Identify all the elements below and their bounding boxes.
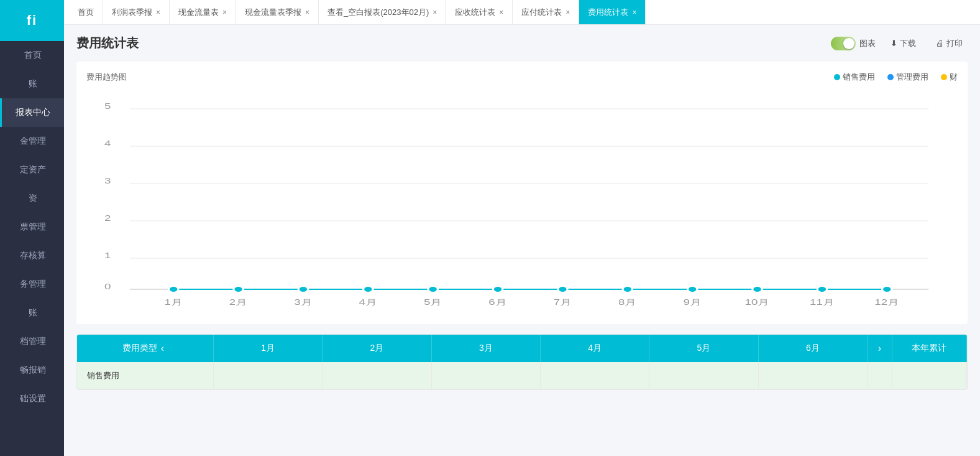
- page-title: 费用统计表: [76, 35, 139, 52]
- header-actions: 图表 ⬇ 下载 🖨 打印: [831, 35, 968, 52]
- sidebar-item-capital[interactable]: 资: [0, 184, 64, 213]
- svg-text:7月: 7月: [554, 298, 572, 306]
- legend-admin-label: 管理费用: [896, 72, 928, 83]
- table-header-row: 费用类型 ‹ 1月 2月 3月 4月 5月: [77, 335, 967, 362]
- tab-blank-report-label: 查看_空白报表(2023年02月): [327, 7, 429, 18]
- svg-text:5: 5: [104, 102, 111, 110]
- sidebar-item-settings[interactable]: 础设置: [0, 384, 64, 413]
- sidebar-item-cash[interactable]: 金管理: [0, 127, 64, 156]
- legend-finance: 财: [941, 72, 958, 83]
- tab-cashflow-quarterly-close[interactable]: ×: [305, 8, 309, 17]
- col-apr-label: 4月: [588, 343, 602, 354]
- tab-receivable-label: 应收统计表: [455, 7, 495, 18]
- print-icon: 🖨: [936, 39, 944, 48]
- svg-point-20: [623, 286, 633, 292]
- expense-table: 费用类型 ‹ 1月 2月 3月 4月 5月: [76, 334, 968, 390]
- col-jan-label: 1月: [261, 343, 275, 354]
- tab-receivable[interactable]: 应收统计表 ×: [446, 0, 513, 25]
- legend-admin-dot: [887, 74, 894, 80]
- svg-text:6月: 6月: [488, 298, 506, 306]
- col-mar-label: 3月: [479, 343, 493, 354]
- svg-text:8月: 8月: [618, 298, 636, 306]
- sidebar-item-files[interactable]: 档管理: [0, 327, 64, 356]
- download-label: 下载: [900, 38, 916, 49]
- sidebar-item-expense[interactable]: 畅报销: [0, 356, 64, 384]
- sidebar-item-services[interactable]: 务管理: [0, 270, 64, 299]
- cell-nav: [868, 362, 892, 389]
- svg-text:12月: 12月: [874, 298, 899, 306]
- col-ytd: 本年累计: [892, 335, 967, 362]
- sidebar-item-reports[interactable]: 报表中心: [0, 98, 64, 127]
- tab-blank-report-close[interactable]: ×: [433, 8, 437, 17]
- svg-point-13: [168, 286, 178, 292]
- tab-payable[interactable]: 应付统计表 ×: [513, 0, 579, 25]
- svg-point-14: [234, 286, 244, 292]
- sidebar-item-assets[interactable]: 定资产: [0, 156, 64, 184]
- col-jan: 1月: [214, 335, 323, 362]
- svg-point-24: [882, 286, 892, 292]
- chart-toggle-label: 图表: [859, 38, 876, 49]
- svg-text:4月: 4月: [359, 298, 377, 306]
- tab-cashflow-quarterly[interactable]: 现金流量表季报 ×: [236, 0, 319, 25]
- col-jun-label: 6月: [806, 343, 820, 354]
- col-jun: 6月: [759, 335, 868, 362]
- tab-cashflow-close[interactable]: ×: [222, 8, 227, 17]
- tab-payable-close[interactable]: ×: [566, 8, 570, 17]
- chart-toggle[interactable]: [831, 37, 856, 50]
- svg-point-16: [364, 286, 373, 292]
- tab-cashflow[interactable]: 现金流量表 ×: [170, 0, 236, 25]
- content-area: 费用统计表 图表 ⬇ 下载 🖨 打印 费用趋势图: [64, 25, 980, 456]
- col-feb-label: 2月: [370, 343, 384, 354]
- tab-blank-report[interactable]: 查看_空白报表(2023年02月) ×: [319, 0, 446, 25]
- cell-jun: [759, 362, 868, 389]
- chart-legend: 销售费用 管理费用 财: [834, 72, 958, 83]
- tab-profit-quarterly[interactable]: 利润表季报 ×: [103, 0, 170, 25]
- tab-expense-close[interactable]: ×: [632, 8, 636, 17]
- sidebar-item-tickets[interactable]: 票管理: [0, 213, 64, 241]
- svg-text:10月: 10月: [745, 298, 770, 306]
- tab-profit-quarterly-close[interactable]: ×: [156, 8, 160, 17]
- svg-point-15: [298, 286, 308, 292]
- svg-point-21: [687, 286, 697, 292]
- chart-toggle-wrap: 图表: [831, 37, 876, 50]
- svg-point-18: [493, 286, 503, 292]
- cell-feb: [323, 362, 431, 389]
- col-apr: 4月: [541, 335, 649, 362]
- svg-point-23: [817, 286, 827, 292]
- svg-text:2: 2: [104, 214, 111, 222]
- tab-receivable-close[interactable]: ×: [499, 8, 503, 17]
- col-may-label: 5月: [697, 343, 711, 354]
- sidebar-item-home[interactable]: 首页: [0, 41, 64, 70]
- print-button[interactable]: 🖨 打印: [931, 35, 968, 52]
- tab-expense-label: 费用统计表: [588, 7, 628, 18]
- tab-home-label: 首页: [78, 7, 94, 18]
- svg-text:3月: 3月: [294, 298, 312, 306]
- sidebar-logo: fi: [0, 0, 64, 41]
- table-row: 销售费用: [77, 362, 967, 389]
- tab-bar: 首页 利润表季报 × 现金流量表 × 现金流量表季报 × 查看_空白报表(202…: [64, 0, 980, 25]
- cell-may: [649, 362, 758, 389]
- col-type-label: 费用类型: [122, 343, 157, 354]
- cell-ytd: [892, 362, 967, 389]
- cell-type: 销售费用: [77, 362, 214, 389]
- prev-arrow[interactable]: ‹: [157, 343, 168, 354]
- download-icon: ⬇: [891, 39, 897, 48]
- page-header: 费用统计表 图表 ⬇ 下载 🖨 打印: [76, 35, 968, 52]
- legend-finance-label: 财: [950, 72, 958, 83]
- chart-area: 5 4 3 2 1 0: [86, 90, 958, 314]
- col-next: ›: [868, 335, 892, 362]
- sidebar-item-ledger[interactable]: 账: [0, 299, 64, 327]
- col-ytd-label: 本年累计: [912, 343, 946, 354]
- next-arrow[interactable]: ›: [874, 343, 885, 354]
- svg-text:1月: 1月: [164, 298, 182, 306]
- tab-payable-label: 应付统计表: [521, 7, 562, 18]
- col-mar: 3月: [432, 335, 541, 362]
- sidebar-item-inventory[interactable]: 存核算: [0, 241, 64, 270]
- sidebar-item-account[interactable]: 账: [0, 70, 64, 98]
- tab-cashflow-quarterly-label: 现金流量表季报: [245, 7, 301, 18]
- tab-expense[interactable]: 费用统计表 ×: [579, 0, 646, 25]
- tab-home[interactable]: 首页: [69, 0, 103, 25]
- legend-finance-dot: [941, 74, 947, 80]
- col-feb: 2月: [323, 335, 431, 362]
- download-button[interactable]: ⬇ 下载: [886, 35, 921, 52]
